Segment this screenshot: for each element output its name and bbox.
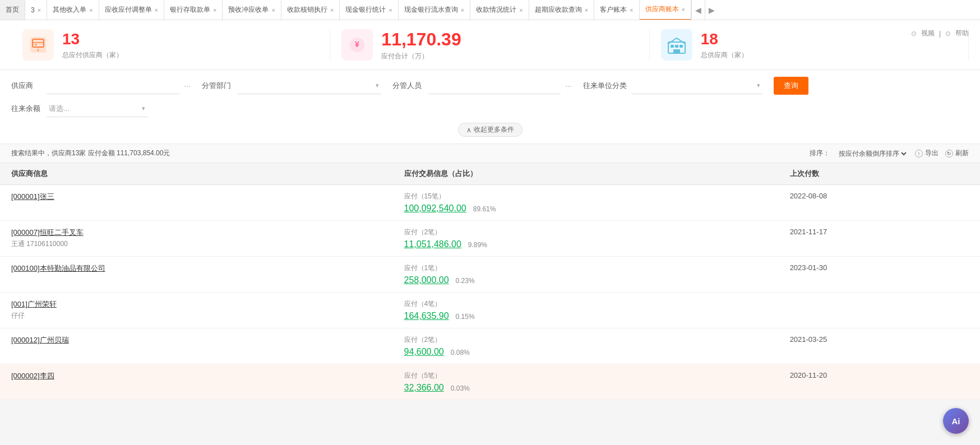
nav-tab-supplier-ledger[interactable]: 供应商账本 ×	[640, 0, 691, 20]
nav-tab-receipts-stats-close[interactable]: ×	[519, 7, 523, 13]
nav-tab-overdue-ar-close[interactable]: ×	[585, 7, 588, 13]
transaction-amount-5[interactable]: 32,366.00	[404, 383, 444, 393]
transaction-amount-row-1: 11,051,486.009.89%	[404, 239, 768, 249]
nav-tab-3-close[interactable]: ×	[38, 7, 41, 13]
supplier-link-0[interactable]: [000001]张三	[11, 192, 54, 201]
transaction-amount-1[interactable]: 11,051,486.00	[404, 239, 461, 249]
nav-tab-3[interactable]: 3 ×	[25, 0, 47, 20]
summary-icon-payable: ¥	[22, 29, 54, 61]
export-label: 导出	[925, 149, 939, 158]
table-row: [000100]本特勤油品有限公司应付（1笔）258,000.000.23%20…	[0, 257, 980, 293]
nav-tab-customer-ledger-label: 客户账本	[600, 5, 627, 15]
person-dots-icon[interactable]: ···	[565, 81, 572, 90]
last-date-1: 2021-11-17	[790, 228, 828, 236]
filter-dept: 分管部门 ▾	[202, 77, 381, 94]
nav-tab-receipts-stats[interactable]: 收款情况统计 ×	[470, 0, 529, 20]
filter-balance: 往来余额 请选... ▾	[11, 100, 191, 117]
transaction-pct-3: 0.15%	[456, 313, 475, 321]
transaction-pct-4: 0.08%	[451, 349, 470, 356]
svg-text:¥: ¥	[37, 48, 39, 52]
nav-tab-overdue-ar[interactable]: 超期应收款查询 ×	[529, 0, 594, 20]
summary-card-payable-suppliers: ¥ 13 总应付供应商（家）	[11, 29, 330, 61]
export-icon: ↑	[915, 150, 923, 157]
transaction-amount-3[interactable]: 164,635.90	[404, 311, 449, 321]
filter-person-label: 分管人员	[392, 81, 423, 91]
transaction-amount-row-2: 258,000.000.23%	[404, 275, 768, 285]
nav-tab-ar-ap-adjust-close[interactable]: ×	[155, 7, 158, 13]
table-row: [000002]李四应付（5笔）32,366.000.03%2020-11-20	[0, 364, 980, 400]
transaction-amount-2[interactable]: 258,000.00	[404, 275, 449, 285]
supplier-input[interactable]	[47, 77, 179, 94]
nav-tab-3-label: 3	[31, 6, 35, 14]
supplier-cell-1: [000007]恒旺二手叉车王通 17106110000	[0, 221, 393, 257]
nav-tab-ar-ap-adjust-label: 应收应付调整单	[105, 5, 152, 15]
nav-tab-bank-deposit-close[interactable]: ×	[213, 7, 216, 13]
refresh-button[interactable]: ↻ 刷新	[945, 149, 969, 158]
collapse-button[interactable]: ∧ 收起更多条件	[458, 123, 523, 137]
transaction-amount-row-5: 32,366.000.03%	[404, 383, 768, 393]
supplier-link-5[interactable]: [000002]李四	[11, 372, 54, 380]
transaction-amount-0[interactable]: 100,092,540.00	[404, 203, 466, 214]
nav-tab-bank-deposit[interactable]: 银行存取款单 ×	[164, 0, 223, 20]
transaction-pct-2: 0.23%	[456, 277, 475, 285]
nav-tab-cash-bank-stats[interactable]: 现金银行统计 ×	[340, 0, 398, 20]
supplier-dots-icon[interactable]: ···	[184, 81, 191, 90]
supplier-link-1[interactable]: [000007]恒旺二手叉车	[11, 228, 84, 237]
collapse-bar: ∧ 收起更多条件	[11, 123, 969, 137]
nav-tab-bank-deposit-label: 银行存取款单	[170, 5, 210, 15]
person-input[interactable]	[428, 77, 561, 94]
refresh-icon: ↻	[945, 150, 953, 157]
transaction-label-5: 应付（5笔）	[404, 371, 768, 381]
supplier-link-3[interactable]: [001]广州荣轩	[11, 300, 57, 308]
nav-tab-other-income[interactable]: 其他收入单 ×	[47, 0, 99, 20]
unit-class-select[interactable]: ▾	[631, 77, 762, 94]
collapse-up-icon: ∧	[466, 126, 471, 134]
supplier-link-4[interactable]: [000012]广州贝瑞	[11, 336, 69, 344]
transaction-label-2: 应付（1笔）	[404, 263, 768, 273]
supplier-table: 供应商信息 应付交易信息（占比） 上次付数 [000001]张三应付（15笔）1…	[0, 163, 980, 400]
nav-prev-arrow[interactable]: ◀	[691, 0, 705, 20]
nav-tab-receipts-exec-close[interactable]: ×	[330, 7, 334, 13]
filter-row-1: 供应商 ··· 分管部门 ▾ 分管人员 ··· 往来单位分类 ▾ 查询	[11, 77, 969, 95]
summary-label-suppliers: 总供应商（家）	[701, 50, 957, 60]
supplier-cell-3: [001]广州荣轩仔仔	[0, 293, 393, 328]
video-link[interactable]: 视频	[921, 29, 935, 38]
nav-tab-prepaid-ar-close[interactable]: ×	[271, 7, 275, 13]
nav-tab-cash-bank-query-close[interactable]: ×	[461, 7, 464, 13]
nav-tab-home[interactable]: 首页	[0, 0, 25, 20]
summary-icon-suppliers	[661, 29, 692, 61]
nav-tab-receipts-exec[interactable]: 收款核销执行 ×	[281, 0, 340, 20]
help-link[interactable]: 帮助	[955, 29, 969, 38]
transaction-pct-5: 0.03%	[451, 384, 470, 392]
unit-class-chevron-down-icon: ▾	[757, 82, 760, 89]
dept-chevron-down-icon: ▾	[376, 82, 379, 89]
supplier-link-2[interactable]: [000100]本特勤油品有限公司	[11, 264, 105, 272]
nav-tab-cash-bank-stats-close[interactable]: ×	[389, 7, 392, 13]
col-header-last-payment: 上次付数	[779, 163, 980, 185]
nav-tab-customer-ledger-close[interactable]: ×	[630, 7, 633, 13]
export-button[interactable]: ↑ 导出	[915, 149, 939, 158]
transaction-label-1: 应付（2笔）	[404, 228, 768, 237]
sort-label: 排序：	[810, 149, 830, 158]
dept-select[interactable]: ▾	[237, 77, 381, 94]
filter-person: 分管人员 ···	[392, 77, 572, 94]
balance-select[interactable]: 请选... ▾	[47, 100, 147, 117]
table-row: [000012]广州贝瑞应付（2笔）94,600.000.08%2021-03-…	[0, 328, 980, 364]
last-date-5: 2020-11-20	[790, 371, 828, 379]
nav-tab-cash-bank-query[interactable]: 现金银行流水查询 ×	[399, 0, 470, 20]
nav-tab-prepaid-ar-label: 预收冲应收单	[228, 5, 269, 15]
svg-text:¥: ¥	[355, 40, 359, 49]
nav-next-arrow[interactable]: ▶	[705, 0, 718, 20]
nav-tab-supplier-ledger-close[interactable]: ×	[682, 6, 685, 13]
search-button[interactable]: 查询	[774, 77, 808, 95]
summary-card-payable-total: ¥ 11,170.39 应付合计（万）	[330, 29, 649, 61]
transaction-amount-4[interactable]: 94,600.00	[404, 347, 444, 357]
sort-select[interactable]: 按应付余额倒序排序 按应付余额正序排序 按供应商名称排序	[836, 149, 908, 158]
nav-tab-ar-ap-adjust[interactable]: 应收应付调整单 ×	[99, 0, 164, 20]
col-header-supplier: 供应商信息	[0, 163, 393, 185]
transaction-amount-row-3: 164,635.900.15%	[404, 311, 768, 321]
nav-tab-other-income-close[interactable]: ×	[89, 7, 93, 13]
nav-tab-prepaid-ar[interactable]: 预收冲应收单 ×	[223, 0, 281, 20]
col-header-transaction: 应付交易信息（占比）	[393, 163, 779, 185]
nav-tab-customer-ledger[interactable]: 客户账本 ×	[594, 0, 639, 20]
